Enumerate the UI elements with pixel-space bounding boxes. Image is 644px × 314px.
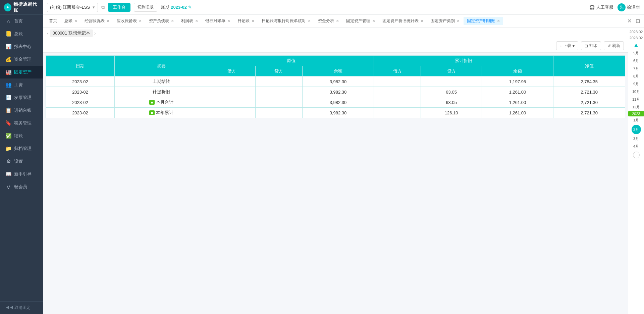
sidebar-item-4[interactable]: 🏭固定资产: [0, 66, 43, 78]
tab-journal-close[interactable]: ✕: [252, 19, 254, 23]
tab-bar: 首页 总账 ✕ 经营状况表 ✕ 应收账龄表 ✕ 资产负债表 ✕ 利润表 ✕ 银行…: [43, 15, 644, 28]
sidebar-item-3[interactable]: 💰资金管理: [0, 53, 43, 66]
download-button[interactable]: ↓ 下载 ▾: [556, 41, 578, 50]
date-month-5[interactable]: 5月: [628, 49, 644, 57]
th-yz-balance: 余额: [302, 66, 374, 76]
company-name: (勾稽) 江西服金-LSS: [50, 4, 90, 10]
th-zj-credit: 贷方: [421, 66, 482, 76]
tab-fixed-mgmt-close[interactable]: ✕: [372, 19, 375, 23]
refresh-button[interactable]: ↺ 刷新: [604, 41, 624, 50]
sidebar-item-13[interactable]: V畅会员: [0, 180, 43, 193]
print-button[interactable]: ⊟ 打印: [581, 41, 601, 50]
company-selector[interactable]: (勾稽) 江西服金-LSS ▾: [47, 3, 98, 12]
cell-net-3: 2,721.30: [553, 108, 625, 118]
date-scroll-up[interactable]: ▲: [633, 41, 640, 49]
date-month-2[interactable]: 2月: [632, 125, 641, 134]
tab-profit[interactable]: 利润表 ✕: [178, 17, 201, 25]
cell-date-0: 2023-02: [46, 76, 115, 87]
tab-receivable-label: 应收账龄表: [117, 18, 137, 24]
table-wrapper: 日期 摘要 原值 累计折旧 净值 借方 贷方 余额 借方 贷方 余额: [43, 53, 628, 314]
tab-fixed-detail-close[interactable]: ✕: [497, 19, 500, 23]
sidebar-item-8[interactable]: 🔖税务管理: [0, 117, 43, 129]
sidebar-item-10[interactable]: 📁归档管理: [0, 142, 43, 155]
sidebar-item-0[interactable]: ⌂首页: [0, 15, 43, 28]
copy-icon[interactable]: ⧉: [101, 4, 105, 10]
tab-receivable-close[interactable]: ✕: [139, 19, 142, 23]
tab-balance[interactable]: 资产负债表 ✕: [146, 17, 177, 25]
tab-fund[interactable]: 资金分析 ✕: [315, 17, 342, 25]
date-month-10[interactable]: 10月: [628, 88, 644, 96]
tab-ledger[interactable]: 总账 ✕: [61, 17, 80, 25]
date-year-2023[interactable]: 2023: [628, 111, 644, 116]
tab-fixed-category[interactable]: 固定资产类别 ✕: [427, 17, 463, 25]
th-desc: 摘要: [114, 56, 208, 76]
customer-service[interactable]: 🎧 人工客服: [589, 4, 613, 10]
nav-forward-arrow[interactable]: ›: [94, 31, 96, 36]
right-date-panel: 2023.02 2023.02 ▲ 5月 6月 7月 8月 9月 10月 11月…: [628, 28, 644, 314]
sidebar-item-2[interactable]: 📊报表中心: [0, 40, 43, 53]
logo-icon: ✦: [4, 3, 11, 11]
period-edit-icon[interactable]: ✎: [188, 5, 192, 10]
sidebar-footer[interactable]: ◀◀ 取消固定: [0, 301, 43, 314]
date-month-8[interactable]: 8月: [628, 72, 644, 80]
tab-fund-close[interactable]: ✕: [336, 19, 339, 23]
tab-bank[interactable]: 银行对账单 ✕: [202, 17, 233, 25]
cell-net-0: 2,784.35: [553, 76, 625, 87]
date-month-12[interactable]: 12月: [628, 103, 644, 111]
breadcrumb-item[interactable]: 000001 联想笔记本: [50, 30, 93, 37]
tab-expand[interactable]: ⊡: [634, 17, 641, 25]
tab-depreciation-stat[interactable]: 固定资产折旧统计表 ✕: [379, 17, 427, 25]
tab-home[interactable]: 首页: [46, 17, 60, 25]
tab-fixed-category-close[interactable]: ✕: [457, 19, 460, 23]
user-avatar-area[interactable]: 头 徐泽华: [618, 3, 640, 11]
sidebar-item-11[interactable]: ⚙设置: [0, 155, 43, 168]
nav-back-arrow[interactable]: ‹: [47, 31, 49, 36]
sidebar-item-1[interactable]: 📒总账: [0, 28, 43, 40]
sidebar-label-3: 资金管理: [14, 56, 32, 62]
tab-journal[interactable]: 日记账 ✕: [234, 17, 258, 25]
sidebar-item-5[interactable]: 👥工资: [0, 78, 43, 91]
refresh-label: 刷新: [612, 43, 620, 49]
tab-receivable[interactable]: 应收账龄表 ✕: [113, 17, 145, 25]
tab-close-all[interactable]: ✕: [626, 17, 633, 25]
tab-depreciation-stat-close[interactable]: ✕: [421, 19, 423, 23]
date-month-3[interactable]: 3月: [628, 135, 644, 143]
tab-profit-close[interactable]: ✕: [195, 19, 198, 23]
tab-business[interactable]: 经营状况表 ✕: [81, 17, 113, 25]
cell-zj-debit-1: [374, 87, 421, 97]
date-scroll-circle[interactable]: [633, 152, 640, 158]
tab-fixed-detail[interactable]: 固定资产明细账 ✕: [464, 17, 503, 25]
cell-yz-balance-3: 3,982.30: [302, 108, 374, 118]
cell-yz-credit-0: [255, 76, 302, 87]
workbench-button[interactable]: 工作台: [108, 3, 130, 12]
tab-bar-actions: ✕ ⊡: [626, 17, 641, 25]
tab-fixed-category-label: 固定资产类别: [431, 18, 455, 24]
tab-balance-close[interactable]: ✕: [171, 19, 174, 23]
tab-reconcile[interactable]: 日记账与银行对账单核对 ✕: [258, 17, 314, 25]
date-month-7[interactable]: 7月: [628, 65, 644, 72]
cell-zj-balance-2: 1,261.00: [482, 97, 553, 108]
tab-home-label: 首页: [49, 18, 57, 24]
tab-business-close[interactable]: ✕: [107, 19, 109, 23]
tab-ledger-close[interactable]: ✕: [74, 19, 77, 23]
tab-bank-close[interactable]: ✕: [227, 19, 230, 23]
date-month-11[interactable]: 11月: [628, 96, 644, 103]
switch-version-button[interactable]: 切到旧版: [134, 3, 157, 12]
sidebar-icon-3: 💰: [5, 56, 11, 62]
header-right-area: 🎧 人工客服 头 徐泽华: [589, 3, 640, 11]
accounting-period: 账期 2023-02 ✎: [161, 4, 192, 10]
sidebar-item-6[interactable]: 🧾发票管理: [0, 91, 43, 104]
table-row: 2023-02 上期结转 3,982.30 1,197.95 2,784.35: [46, 76, 625, 87]
sidebar-item-12[interactable]: 📖新手引导: [0, 168, 43, 180]
date-month-4[interactable]: 4月: [628, 143, 644, 150]
date-month-6[interactable]: 6月: [628, 57, 644, 65]
date-month-9[interactable]: 9月: [628, 80, 644, 88]
sidebar-item-7[interactable]: 📋进销台账: [0, 104, 43, 117]
sidebar-label-12: 新手引导: [14, 171, 32, 177]
tab-fixed-mgmt[interactable]: 固定资产管理 ✕: [343, 17, 378, 25]
tab-reconcile-close[interactable]: ✕: [308, 19, 311, 23]
date-month-1[interactable]: 1月: [628, 116, 644, 124]
sidebar-item-9[interactable]: ✅结账: [0, 129, 43, 142]
cell-zj-credit-2: 63.05: [421, 97, 482, 108]
tab-depreciation-stat-label: 固定资产折旧统计表: [382, 18, 419, 24]
